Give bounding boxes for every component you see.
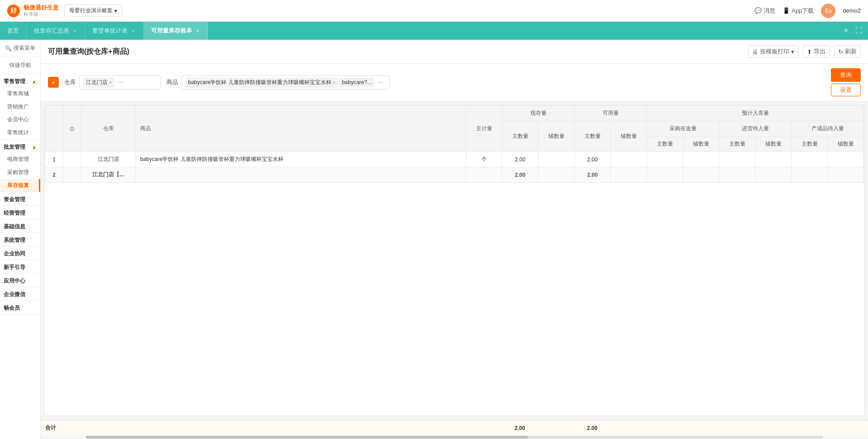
nav-spacer: [208, 22, 838, 40]
product-tag-input[interactable]: babycare学饮杯 儿童防摔防撞吸管杯重力球吸嘴杯宝宝水杯 × babyca…: [182, 76, 390, 90]
row-1-current-aux: [538, 152, 575, 167]
sidebar-section-system-header[interactable]: 系统管理: [0, 233, 40, 246]
app-icon: 📱: [783, 7, 790, 14]
topbar-left: 好 畅捷通好生意 标准版 母婴行业演示账套 ▾: [7, 4, 122, 17]
export-button[interactable]: ⬆ 导出: [803, 45, 830, 58]
sidebar-section-finance-header[interactable]: 资金管理: [0, 192, 40, 205]
table-row-subtotal: 2 江北门店【... 2.00 2.00: [45, 167, 864, 183]
main-layout: 🔍 搜索菜单 快捷导航 零售管理 ▲ 零售商城 营销推广 会员中心 零售统计 批…: [0, 40, 868, 439]
row-1-num: 1: [45, 152, 63, 167]
filter-expand-button[interactable]: »: [48, 77, 59, 88]
warehouse-tag-input[interactable]: 江北门店 × ···: [80, 76, 161, 90]
industry-selector[interactable]: 母婴行业演示账套 ▾: [64, 5, 122, 17]
message-button[interactable]: 💬 消息: [755, 7, 775, 15]
print-chevron-icon: ▾: [791, 48, 794, 55]
product-filter-dots[interactable]: ···: [376, 78, 385, 86]
sidebar-section-wechat-header[interactable]: 企业微信: [0, 287, 40, 300]
tab-order-label: 要货单统计表: [92, 27, 127, 35]
row-2-product-pending-main: [792, 167, 828, 183]
username[interactable]: demo2: [843, 7, 861, 14]
brand-sub-text: 标准版: [24, 11, 59, 17]
sidebar-section-appstore-header[interactable]: 应用中心: [0, 274, 40, 287]
sidebar-section-vip-header[interactable]: 畅会员: [0, 301, 40, 314]
row-1-settings: [63, 152, 81, 167]
sidebar-section-wholesale-header[interactable]: 批发管理 ▲: [0, 140, 40, 153]
row-1-product: babycare学饮杯 儿童防摔防撞吸管杯重力球吸嘴杯宝宝水杯: [136, 152, 466, 167]
print-button[interactable]: 🖨 按模板打印 ▾: [748, 45, 798, 58]
nav-close-button[interactable]: ×: [842, 25, 850, 37]
sidebar-item-promotion[interactable]: 营销推广: [0, 100, 40, 113]
row-1-purchase-transit-main: [647, 152, 683, 167]
sidebar-section-basic-header[interactable]: 基础信息: [0, 219, 40, 232]
th-product-pending-aux: 辅数量: [828, 137, 864, 152]
sidebar-section-vip: 畅会员: [0, 301, 40, 314]
app-download-button[interactable]: 📱 App下载: [783, 7, 814, 15]
row-1-purchase-transit-aux: [683, 152, 719, 167]
sidebar-section-retail-chevron: ▲: [32, 79, 37, 84]
sidebar-section-retail-header[interactable]: 零售管理 ▲: [0, 74, 40, 87]
topbar-right: 💬 消息 📱 App下载 Ea demo2: [755, 4, 861, 18]
export-icon: ⬆: [807, 48, 812, 55]
sidebar-section-appstore-title: 应用中心: [4, 277, 25, 285]
row-1-available-main: 2.00: [575, 152, 611, 167]
warehouse-tag-close[interactable]: ×: [109, 80, 112, 85]
row-2-settings: [63, 167, 81, 183]
sidebar-search[interactable]: 🔍 搜索菜单: [0, 40, 40, 57]
settings-button[interactable]: 设置: [831, 84, 861, 96]
row-2-num: 2: [45, 167, 63, 183]
row-1-available-aux: [611, 152, 647, 167]
warehouse-tag-jiangbei: 江北门店 ×: [84, 78, 114, 87]
refresh-icon: ↻: [838, 48, 843, 55]
sidebar-item-member[interactable]: 会员中心: [0, 113, 40, 126]
row-2-current-aux: [538, 167, 575, 183]
th-inbound-pending: 进货待入量: [719, 121, 792, 137]
horizontal-scrollbar[interactable]: [86, 436, 823, 439]
sidebar-section-appstore: 应用中心: [0, 274, 40, 287]
topbar: 好 畅捷通好生意 标准版 母婴行业演示账套 ▾ 💬 消息 📱 App下载 Ea …: [0, 0, 868, 22]
sidebar-section-newbie-header[interactable]: 新手引导: [0, 260, 40, 273]
query-button[interactable]: 查询: [831, 68, 861, 82]
tab-receipt[interactable]: 收发存汇总表 ×: [27, 22, 85, 40]
brand-logo: 好: [7, 5, 20, 17]
scrollbar-thumb[interactable]: [86, 436, 528, 439]
sidebar-section-wechat: 企业微信: [0, 287, 40, 301]
tab-inventory-close[interactable]: ×: [195, 28, 200, 34]
tab-inventory[interactable]: 可用量库存账本 ×: [144, 22, 208, 40]
tab-order-close[interactable]: ×: [130, 28, 136, 34]
sidebar: 🔍 搜索菜单 快捷导航 零售管理 ▲ 零售商城 营销推广 会员中心 零售统计 批…: [0, 40, 41, 439]
sidebar-item-quick-nav[interactable]: 快捷导航: [0, 59, 40, 72]
warehouse-filter-group: 仓库 江北门店 × ···: [64, 76, 161, 90]
th-purchase-transit-aux: 辅数量: [683, 137, 719, 152]
tab-order[interactable]: 要货单统计表 ×: [85, 22, 143, 40]
sidebar-section-retail: 零售管理 ▲ 零售商城 营销推广 会员中心 零售统计: [0, 74, 40, 140]
sidebar-section-enterprise-header[interactable]: 企业协同: [0, 246, 40, 260]
table-settings-icon[interactable]: ⚙: [69, 125, 75, 132]
th-purchase-transit-main: 主数量: [647, 137, 683, 152]
product-tag-1-close[interactable]: ×: [333, 80, 335, 85]
sidebar-item-online-shop[interactable]: 零售商城: [0, 87, 40, 100]
industry-chevron-icon: ▾: [114, 8, 117, 14]
th-purchase-transit: 采购在途量: [647, 121, 719, 137]
row-2-product: [136, 167, 466, 183]
table-row: 1 江北门店 babycare学饮杯 儿童防摔防撞吸管杯重力球吸嘴杯宝宝水杯 个…: [45, 152, 864, 167]
th-planned-inbound: 预计入库量: [647, 106, 864, 121]
sidebar-section-operation-header[interactable]: 经营管理: [0, 206, 40, 219]
sidebar-section-retail-title: 零售管理: [4, 78, 25, 85]
app-label: App下载: [792, 7, 814, 15]
sidebar-item-purchase[interactable]: 采购管理: [0, 166, 40, 179]
row-2-purchase-transit-aux: [683, 167, 719, 183]
tab-home[interactable]: 首页: [0, 22, 27, 40]
sidebar-item-ecommerce[interactable]: 电商管理: [0, 153, 40, 166]
row-2-available-main: 2.00: [575, 167, 611, 183]
sidebar-quick-nav: 快捷导航: [0, 57, 40, 74]
th-warehouse: 仓库: [81, 106, 136, 152]
row-2-warehouse: 江北门店【...: [81, 167, 136, 183]
sidebar-item-retail-stats[interactable]: 零售统计: [0, 126, 40, 139]
nav-expand-button[interactable]: ⛶: [854, 25, 864, 37]
sidebar-item-inventory-check[interactable]: 库存核算: [0, 179, 40, 192]
tab-receipt-close[interactable]: ×: [72, 28, 77, 34]
row-2-current-main: 2.00: [502, 167, 538, 183]
warehouse-filter-dots[interactable]: ···: [116, 78, 125, 86]
page-title: 可用量查询(按仓库+商品): [48, 47, 129, 62]
refresh-button[interactable]: ↻ 刷新: [834, 45, 861, 58]
